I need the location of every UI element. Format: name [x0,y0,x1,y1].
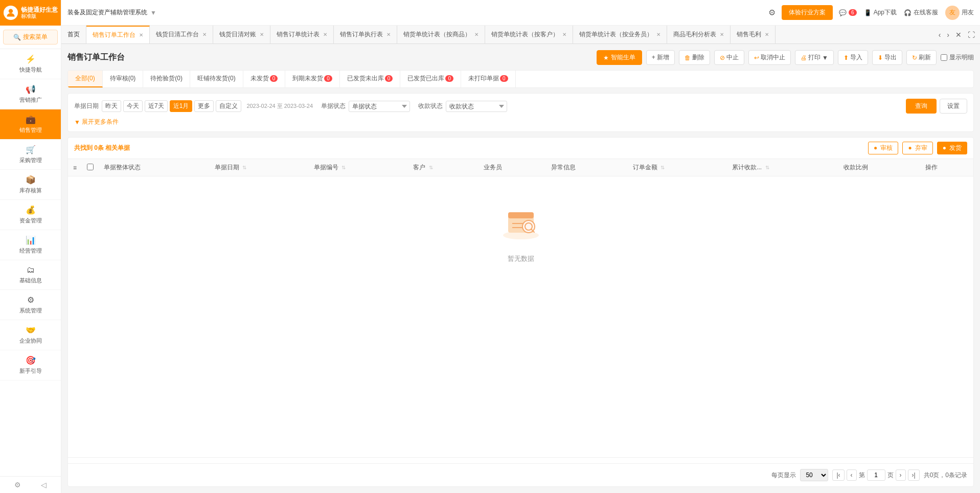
filter-tab-shipped-not-out[interactable]: 已发货未出库0 [340,71,401,87]
export-btn[interactable]: ⬇ 导出 [872,50,902,65]
sidebar-item-operations[interactable]: 📊 经营管理 [0,230,61,260]
topbar: 装备及固定资产辅助管理系统 ▼ ⚙ 体验行业方案 💬 6 📱 App下载 🎧 在… [61,0,980,26]
tab-sales-stats-salesman[interactable]: 销货单统计表（按业务员） ✕ [573,26,667,43]
tab-close-cash-goods-reconcile[interactable]: ✕ [260,32,264,37]
tab-next-btn[interactable]: › [945,30,951,40]
tab-close-sales-stats-product[interactable]: ✕ [474,32,478,37]
industry-btn[interactable]: 体验行业方案 [782,5,833,20]
amount-sort-icon[interactable]: ⇅ [660,165,665,170]
tab-prev-btn[interactable]: ‹ [937,30,943,40]
app-download-btn[interactable]: 📱 App下载 [864,8,897,17]
online-service-btn[interactable]: 🎧 在线客服 [904,8,938,17]
user-btn[interactable]: 友 用友 [945,6,974,20]
tab-cash-daily-workbench[interactable]: 钱货日清工作台 ✕ [150,26,213,43]
col-exception-header: 异常信息 [546,159,628,176]
sidebar-item-system[interactable]: ⚙ 系统管理 [0,290,61,320]
filter-payment-label: 收款状态 [418,102,443,110]
per-page-select[interactable]: 10 20 50 100 [800,469,828,481]
sidebar-item-inventory[interactable]: 📦 库存核算 [0,170,61,200]
tab-close-sales-earn[interactable]: ✕ [765,32,769,37]
refresh-btn[interactable]: ↻ 刷新 [906,50,937,65]
sidebar-item-finance[interactable]: 💰 资金管理 [0,200,61,230]
tab-sales-earn[interactable]: 销售毛利 ✕ [731,26,776,43]
review-btn[interactable]: ● 审核 [868,142,898,154]
stop-btn[interactable]: ⊘ 中止 [714,50,744,65]
date-btn-custom[interactable]: 自定义 [216,100,241,112]
filter-tab-all[interactable]: 全部(0) [68,71,103,87]
date-btn-yesterday[interactable]: 昨天 [102,100,121,112]
tab-cash-goods-reconcile[interactable]: 钱货日清对账 ✕ [213,26,270,43]
sidebar-item-purchase[interactable]: 🛒 采购管理 [0,140,61,170]
table-scroll-area[interactable] [68,457,973,463]
tab-close-all-btn[interactable]: ✕ [953,30,964,40]
tab-close-sales-stats-salesman[interactable]: ✕ [656,32,660,37]
show-detail-input[interactable] [941,54,947,61]
query-btn[interactable]: 查询 [906,99,937,114]
number-sort-icon[interactable]: ⇅ [341,165,346,170]
sidebar-item-marketing[interactable]: 📢 营销推广 [0,79,61,109]
received-sort-icon[interactable]: ⇅ [765,165,769,170]
filter-tab-shipped-out[interactable]: 已发货已出库0 [400,71,461,87]
deliver-btn[interactable]: ● 发货 [937,142,967,154]
tab-sales-stats-product[interactable]: 销货单统计表（按商品） ✕ [397,26,485,43]
tab-close-product-margin[interactable]: ✕ [720,32,724,37]
filter-payment-select[interactable]: 收款状态 [446,101,507,112]
table-area: 共找到 0条 相关单据 ● 审核 ● 弃审 ● 发货 [67,137,974,487]
page-title: 销售订单工作台 [67,52,125,63]
cancel-stop-btn[interactable]: ↩ 取消中止 [748,50,791,65]
sidebar-item-sales[interactable]: 💼 销售管理 [0,109,61,140]
page-input[interactable] [867,469,885,481]
delete-btn[interactable]: 🗑 删除 [679,50,710,65]
col-drag: ≡ [68,159,82,176]
settings-bottom-btn[interactable]: ⚙ [14,481,21,489]
tab-close-sales-order-workbench[interactable]: ✕ [139,32,143,38]
date-sort-icon[interactable]: ⇅ [242,165,246,170]
tab-home[interactable]: 首页 [61,26,86,43]
import-btn[interactable]: ⬆ 导入 [838,50,868,65]
sidebar-item-guide[interactable]: 🎯 新手引导 [0,350,61,380]
page-first-btn[interactable]: |‹ [832,469,844,481]
smart-generate-btn[interactable]: ★ 智能生单 [597,50,642,65]
date-btn-last7[interactable]: 近7天 [145,100,168,112]
page-next-btn[interactable]: › [896,469,906,481]
tab-sales-order-stats[interactable]: 销售订单统计表 ✕ [270,26,334,43]
cancel-stop-icon: ↩ [754,54,759,61]
filter-status-select[interactable]: 单据状态 [349,101,410,112]
filter-settings-btn[interactable]: 设置 [940,99,967,114]
tab-close-sales-order-stats[interactable]: ✕ [323,32,327,37]
filter-tab-not-shipped[interactable]: 未发货0 [243,71,286,87]
sidebar-item-enterprise[interactable]: 🤝 企业协同 [0,320,61,350]
select-all-checkbox[interactable] [87,164,94,170]
filter-tab-overdue-not-shipped[interactable]: 到期未发货0 [285,71,340,87]
print-btn[interactable]: 🖨 打印 ▼ [795,50,834,65]
expand-conditions-btn[interactable]: ▼ 展开更多条件 [74,118,119,126]
sidebar-item-quick-nav[interactable]: ⚡ 快捷导航 [0,49,61,79]
filter-tab-not-printed[interactable]: 未打印单据0 [461,71,516,87]
tab-product-margin[interactable]: 商品毛利分析表 ✕ [667,26,731,43]
page-last-btn[interactable]: ›| [908,469,920,481]
topbar-settings-icon[interactable]: ⚙ [768,8,776,17]
tab-close-cash-daily-workbench[interactable]: ✕ [202,32,207,37]
add-btn[interactable]: + 新增 [646,50,675,65]
collapse-btn[interactable]: ◁ [41,481,47,489]
date-btn-today[interactable]: 今天 [123,100,143,112]
tab-sales-stats-customer[interactable]: 销货单统计表（按客户） ✕ [485,26,573,43]
unreviewed-btn[interactable]: ● 弃审 [902,142,932,154]
show-detail-checkbox[interactable]: 显示明细 [941,53,974,62]
filter-tab-pending-inspect[interactable]: 待抢验货(0) [143,71,190,87]
tab-fullscreen-btn[interactable]: ⛶ [966,30,977,40]
filter-tab-wangpu[interactable]: 旺铺待发货(0) [190,71,243,87]
customer-sort-icon[interactable]: ⇅ [429,165,433,170]
date-btn-last1month[interactable]: 近1月 [170,100,193,112]
date-btn-more[interactable]: 更多 [194,100,214,112]
col-amount-header: 订单金额 ⇅ [628,159,727,176]
tab-close-sales-order-exec[interactable]: ✕ [386,32,391,37]
sidebar-item-basic-info[interactable]: 🗂 基础信息 [0,260,61,290]
tab-close-sales-stats-customer[interactable]: ✕ [562,32,566,37]
page-prev-btn[interactable]: ‹ [847,469,857,481]
message-btn[interactable]: 💬 6 [839,9,857,16]
filter-tab-pending-review[interactable]: 待审核(0) [103,71,144,87]
tab-sales-order-workbench[interactable]: 销售订单工作台 ✕ [86,26,150,43]
search-menu-button[interactable]: 🔍 搜索菜单 [3,30,58,44]
tab-sales-order-exec[interactable]: 销售订单执行表 ✕ [334,26,397,43]
